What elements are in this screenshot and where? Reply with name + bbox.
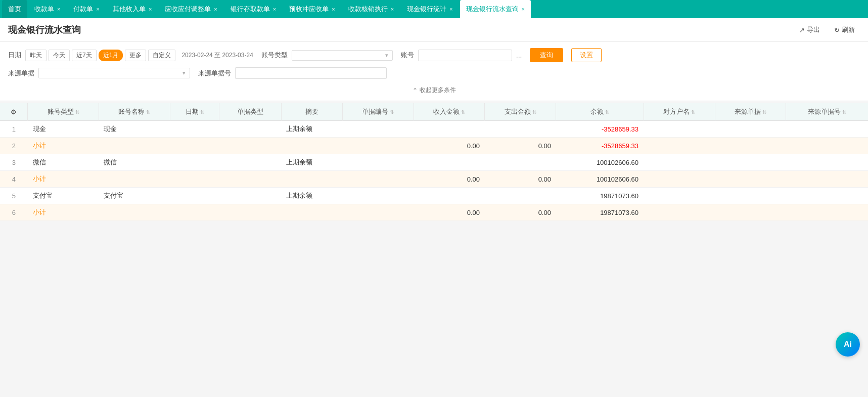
account-type-filter-group: 账号类型 ▾: [261, 50, 393, 61]
sort-icon-account_name: ⇅: [146, 109, 150, 115]
tab-close-icon[interactable]: ×: [449, 6, 452, 12]
row-number: 5: [0, 188, 28, 204]
col-header-expense[interactable]: 支出金额⇅: [485, 103, 556, 121]
date-btn-自定义[interactable]: 自定义: [148, 50, 175, 61]
cell-balance: 19871073.60: [556, 204, 644, 221]
cell-doc_no: [342, 138, 414, 154]
col-header-counterparty[interactable]: 对方户名⇅: [644, 103, 715, 121]
cell-account_name: 支付宝: [99, 188, 170, 204]
settings-button[interactable]: 设置: [571, 48, 602, 62]
account-type-select[interactable]: ▾: [292, 50, 393, 61]
cell-balance: 100102606.60: [556, 171, 644, 188]
sort-icon-date: ⇅: [200, 109, 204, 115]
nav-tab-预收冲应收单[interactable]: 预收冲应收单×: [283, 0, 341, 18]
top-nav: 首页收款单×付款单×其他收入单×应收应付调整单×银行存取款单×预收冲应收单×收款…: [0, 0, 868, 18]
cell-income: [414, 188, 485, 204]
export-icon: ↗: [799, 26, 805, 34]
nav-tab-收款核销执行[interactable]: 收款核销执行×: [342, 0, 400, 18]
table-row: 5支付宝支付宝上期余额19871073.60: [0, 188, 868, 204]
tab-close-icon[interactable]: ×: [96, 6, 99, 12]
page-header: 现金银行流水查询 ↗ 导出 ↻ 刷新: [0, 18, 868, 42]
date-btn-今天[interactable]: 今天: [49, 50, 70, 61]
date-btn-昨天[interactable]: 昨天: [25, 50, 47, 61]
cell-doc_no: [342, 204, 414, 221]
date-btn-近7天[interactable]: 近7天: [72, 50, 97, 61]
tab-close-icon[interactable]: ×: [522, 6, 525, 12]
col-header-account_name[interactable]: 账号名称⇅: [99, 103, 170, 121]
tab-close-icon[interactable]: ×: [214, 6, 217, 12]
nav-tab-现金银行统计[interactable]: 现金银行统计×: [401, 0, 459, 18]
cell-expense: [485, 188, 556, 204]
cell-income: 0.00: [414, 171, 485, 188]
nav-tab-付款单[interactable]: 付款单×: [67, 0, 105, 18]
col-header-gear: ⚙: [0, 103, 28, 121]
tab-close-icon[interactable]: ×: [273, 6, 276, 12]
collapse-bar[interactable]: ⌃ 收起更多条件: [8, 84, 860, 97]
cell-summary: 上期余额: [281, 188, 342, 204]
header-row: ⚙账号类型⇅账号名称⇅日期⇅单据类型摘要单据编号⇅收入金额⇅支出金额⇅余额⇅对方…: [0, 103, 868, 121]
cell-counterparty: [644, 171, 715, 188]
col-header-income[interactable]: 收入金额⇅: [414, 103, 485, 121]
col-header-account_type[interactable]: 账号类型⇅: [28, 103, 99, 121]
query-button[interactable]: 查询: [530, 48, 563, 62]
row-number: 3: [0, 154, 28, 171]
cell-doc_type: [219, 188, 282, 204]
nav-tab-收款单[interactable]: 收款单×: [28, 0, 66, 18]
account-type-label: 账号类型: [261, 51, 288, 60]
source-doc-select[interactable]: ▾: [38, 68, 190, 78]
filter-area: 日期 昨天今天近7天近1月更多自定义 2023-02-24 至 2023-03-…: [0, 42, 868, 101]
cell-counterparty: [644, 188, 715, 204]
nav-tab-label: 现金银行流水查询: [466, 5, 519, 14]
header-actions: ↗ 导出 ↻ 刷新: [794, 23, 860, 36]
date-btn-近1月[interactable]: 近1月: [99, 50, 123, 61]
nav-tab-首页[interactable]: 首页: [2, 0, 27, 18]
col-header-source_doc[interactable]: 来源单据⇅: [715, 103, 786, 121]
cell-account_name: 现金: [99, 121, 170, 138]
sort-icon-doc_no: ⇅: [390, 109, 394, 115]
col-header-source_doc_no[interactable]: 来源单据号⇅: [786, 103, 868, 121]
account-dots[interactable]: ...: [516, 51, 522, 59]
table-container: ⚙账号类型⇅账号名称⇅日期⇅单据类型摘要单据编号⇅收入金额⇅支出金额⇅余额⇅对方…: [0, 103, 868, 221]
col-header-date[interactable]: 日期⇅: [170, 103, 219, 121]
cell-source_doc_no: [786, 138, 868, 154]
nav-tab-银行存取款单[interactable]: 银行存取款单×: [224, 0, 282, 18]
cell-source_doc: [715, 188, 786, 204]
row-number: 4: [0, 171, 28, 188]
cell-doc_type: [219, 138, 282, 154]
nav-tab-label: 银行存取款单: [231, 5, 270, 14]
cell-expense: [485, 154, 556, 171]
date-btn-更多[interactable]: 更多: [125, 50, 146, 61]
col-header-balance[interactable]: 余额⇅: [556, 103, 644, 121]
cell-account_name: [99, 138, 170, 154]
nav-tab-现金银行流水查询[interactable]: 现金银行流水查询×: [460, 0, 531, 18]
cell-source_doc_no: [786, 188, 868, 204]
refresh-button[interactable]: ↻ 刷新: [829, 23, 860, 36]
nav-tab-label: 收款单: [34, 5, 54, 14]
account-filter-group: 账号 ...: [401, 50, 522, 61]
cell-date: [170, 138, 219, 154]
source-doc-no-filter-group: 来源单据号: [198, 67, 387, 79]
sort-icon-expense: ⇅: [532, 109, 536, 115]
nav-tab-应收应付调整单[interactable]: 应收应付调整单×: [159, 0, 223, 18]
cell-doc_type: [219, 204, 282, 221]
cell-counterparty: [644, 121, 715, 138]
refresh-icon: ↻: [834, 26, 840, 34]
tab-close-icon[interactable]: ×: [57, 6, 60, 12]
cell-income: 0.00: [414, 138, 485, 154]
cell-income: [414, 121, 485, 138]
row-number: 1: [0, 121, 28, 138]
nav-tab-其他收入单[interactable]: 其他收入单×: [107, 0, 158, 18]
tab-close-icon[interactable]: ×: [149, 6, 152, 12]
cell-source_doc: [715, 121, 786, 138]
cell-summary: 上期余额: [281, 154, 342, 171]
cell-source_doc_no: [786, 154, 868, 171]
cell-account_name: 微信: [99, 154, 170, 171]
account-input[interactable]: [418, 50, 512, 61]
date-range: 2023-02-24 至 2023-03-24: [181, 51, 253, 60]
tab-close-icon[interactable]: ×: [391, 6, 394, 12]
tab-close-icon[interactable]: ×: [332, 6, 335, 12]
source-doc-no-input[interactable]: [235, 67, 387, 79]
export-button[interactable]: ↗ 导出: [794, 23, 825, 36]
nav-tab-label: 付款单: [73, 5, 93, 14]
col-header-doc_no[interactable]: 单据编号⇅: [342, 103, 414, 121]
